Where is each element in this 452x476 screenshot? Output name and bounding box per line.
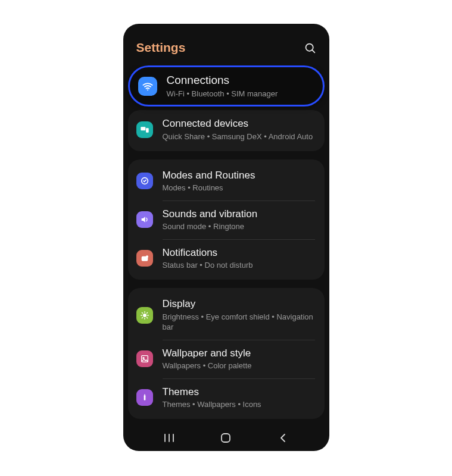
display-icon [140, 311, 149, 320]
display-icon-tile [136, 307, 153, 324]
notifications-icon-tile [136, 250, 153, 267]
item-text: Notifications Status bar • Do not distur… [163, 246, 315, 271]
nav-home-button[interactable] [208, 429, 244, 447]
sound-icon [140, 215, 149, 224]
item-title: Display [163, 298, 315, 310]
item-text: Themes Themes • Wallpapers • Icons [163, 386, 315, 410]
nav-back-button[interactable] [265, 429, 301, 447]
settings-item-modes-routines[interactable]: Modes and Routines Modes • Routines [128, 162, 325, 201]
svg-point-18 [143, 358, 144, 359]
item-subtitle: Themes • Wallpapers • Icons [163, 399, 315, 410]
highlight-wrap: Connections Wi-Fi • Bluetooth • SIM mana… [123, 65, 329, 107]
item-title: Sounds and vibration [163, 208, 315, 220]
svg-rect-19 [144, 396, 145, 400]
svg-point-2 [147, 89, 148, 90]
item-subtitle: Sound mode • Ringtone [163, 221, 315, 232]
svg-rect-3 [141, 127, 145, 130]
item-text: Display Brightness • Eye comfort shield … [163, 298, 315, 332]
navigation-bar [123, 425, 329, 451]
settings-item-sounds[interactable]: Sounds and vibration Sound mode • Ringto… [128, 201, 325, 239]
item-subtitle: Modes • Routines [163, 183, 315, 193]
item-title: Themes [163, 386, 315, 398]
svg-line-14 [146, 317, 147, 318]
devices-icon-tile [136, 121, 153, 138]
item-title: Wallpaper and style [163, 347, 315, 359]
sound-icon-tile [136, 211, 153, 228]
header: Settings [123, 24, 329, 65]
item-subtitle: Brightness • Eye comfort shield • Naviga… [163, 312, 315, 333]
nav-recents-button[interactable] [151, 429, 187, 447]
themes-icon-tile [136, 389, 153, 406]
search-button[interactable] [304, 42, 316, 54]
search-icon [304, 42, 316, 54]
svg-point-7 [146, 255, 148, 258]
home-icon [220, 433, 231, 443]
item-title: Modes and Routines [163, 169, 315, 181]
svg-line-1 [312, 50, 314, 52]
svg-line-15 [142, 317, 142, 318]
item-text: Modes and Routines Modes • Routines [163, 169, 315, 193]
notifications-icon [140, 253, 149, 263]
settings-screen: Settings Connections Wi-Fi • Bluetooth •… [123, 24, 329, 451]
item-subtitle: Quick Share • Samsung DeX • Android Auto [163, 131, 315, 142]
item-title: Notifications [163, 246, 315, 259]
routines-icon [140, 176, 149, 186]
wifi-icon [142, 80, 154, 92]
settings-group: Connected devices Quick Share • Samsung … [128, 110, 325, 151]
settings-item-notifications[interactable]: Notifications Status bar • Do not distur… [128, 239, 325, 278]
item-subtitle: Wallpapers • Color palette [163, 361, 315, 371]
item-text: Wallpaper and style Wallpapers • Color p… [163, 347, 315, 371]
item-subtitle: Wi-Fi • Bluetooth • SIM manager [167, 89, 311, 99]
settings-group: Display Brightness • Eye comfort shield … [128, 288, 325, 419]
settings-list[interactable]: Connections Wi-Fi • Bluetooth • SIM mana… [123, 65, 329, 425]
svg-line-13 [142, 312, 142, 313]
recents-icon [163, 433, 175, 443]
settings-group: Modes and Routines Modes • Routines Soun… [128, 159, 325, 280]
themes-icon [140, 393, 149, 402]
svg-rect-4 [146, 128, 149, 132]
settings-item-connections[interactable]: Connections Wi-Fi • Bluetooth • SIM mana… [128, 65, 325, 107]
svg-point-8 [143, 314, 146, 317]
settings-item-display[interactable]: Display Brightness • Eye comfort shield … [128, 290, 325, 339]
routines-icon-tile [136, 173, 153, 189]
item-text: Sounds and vibration Sound mode • Ringto… [163, 208, 315, 232]
wallpaper-icon-tile [136, 350, 153, 367]
page-title: Settings [136, 40, 186, 55]
svg-rect-23 [222, 434, 230, 442]
item-text: Connected devices Quick Share • Samsung … [163, 117, 315, 142]
wifi-icon-tile [138, 77, 157, 96]
devices-icon [140, 125, 149, 134]
settings-item-wallpaper[interactable]: Wallpaper and style Wallpapers • Color p… [128, 340, 325, 378]
item-subtitle: Status bar • Do not disturb [163, 260, 315, 271]
item-text: Connections Wi-Fi • Bluetooth • SIM mana… [167, 73, 311, 99]
back-icon [279, 433, 287, 443]
settings-item-themes[interactable]: Themes Themes • Wallpapers • Icons [128, 378, 325, 417]
settings-item-connected-devices[interactable]: Connected devices Quick Share • Samsung … [128, 110, 325, 149]
wallpaper-icon [140, 354, 149, 364]
item-title: Connected devices [163, 117, 315, 130]
svg-line-16 [146, 312, 147, 313]
item-title: Connections [167, 73, 311, 87]
